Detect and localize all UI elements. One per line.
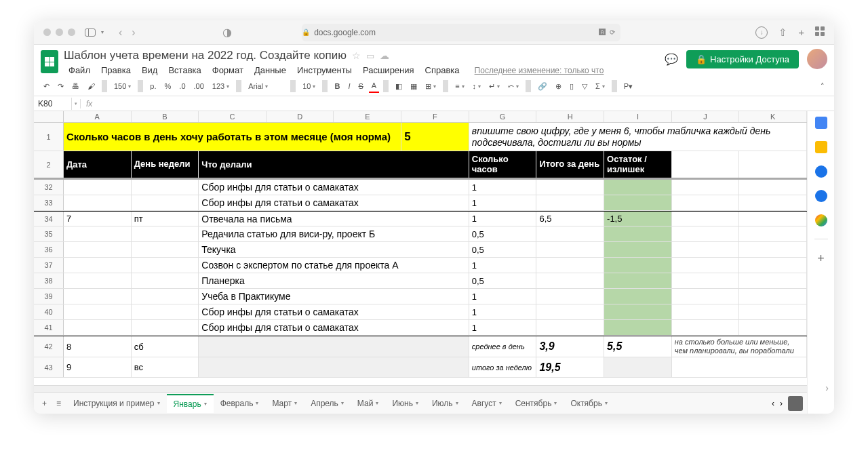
cell[interactable] [672,320,740,335]
strike-button[interactable]: S [355,80,366,92]
row-header[interactable]: 40 [34,304,64,319]
cell[interactable] [672,226,740,241]
share-icon[interactable]: ⇧ [778,26,787,39]
cell[interactable] [132,242,199,257]
horizontal-scrollbar[interactable] [34,385,807,392]
col-header[interactable]: B [132,111,199,122]
shield-icon[interactable]: ◑ [222,26,232,39]
cell[interactable] [672,212,740,226]
name-box-chevron-icon[interactable]: ▾ [72,101,80,106]
translate-icon[interactable]: 🅰 [599,28,606,36]
cell[interactable] [739,242,807,257]
cell[interactable] [536,289,604,304]
sheet-tab[interactable]: Июнь▾ [385,394,425,413]
row-header[interactable]: 36 [34,242,64,257]
cell[interactable] [739,195,807,210]
cell[interactable] [604,320,672,335]
cell[interactable] [536,226,604,241]
contacts-icon[interactable] [815,190,827,202]
cell[interactable]: впишите свою цифру, где у меня 6, чтобы … [469,123,807,151]
cell[interactable] [536,180,604,195]
cell[interactable]: 1 [469,195,537,210]
italic-button[interactable]: I [345,80,353,92]
menu-format[interactable]: Формат [208,64,248,77]
select-all-corner[interactable] [34,111,64,122]
cell[interactable] [739,180,807,195]
cell[interactable] [199,336,469,357]
cell[interactable]: Сбор инфы для статьи о самакатах [199,195,469,210]
keep-icon[interactable] [815,141,827,153]
cell[interactable]: итого за неделю [469,357,537,377]
cell[interactable] [672,289,740,304]
rotate-button[interactable]: ⤺▾ [505,80,521,93]
cell[interactable] [64,226,132,241]
account-avatar[interactable] [807,49,827,69]
sheet-tab[interactable]: Октябрь▾ [564,394,614,413]
cell[interactable]: 1 [469,258,537,273]
menu-tools[interactable]: Инструменты [292,64,357,77]
percent-button[interactable]: % [162,80,174,92]
cell[interactable]: среднее в день [469,336,537,357]
print-button[interactable]: 🖶 [69,80,82,92]
cell[interactable] [604,258,672,273]
cell[interactable]: Что делали [199,151,469,178]
maximize-window-button[interactable] [68,28,75,36]
cell[interactable]: Сбор инфы для статьи о самакатах [199,180,469,195]
col-header[interactable]: D [267,111,334,122]
cell[interactable]: 9 [64,357,132,377]
cell[interactable] [132,195,199,210]
cell[interactable]: 6,5 [536,212,604,226]
sheets-logo-icon[interactable] [41,50,58,73]
wrap-button[interactable]: ↵▾ [486,80,502,93]
link-button[interactable]: 🔗 [535,80,550,93]
sheet-tab[interactable]: Март▾ [265,394,304,413]
sheet-tab[interactable]: Январь▾ [167,394,214,413]
undo-button[interactable]: ↶ [41,80,52,93]
row-header[interactable]: 42 [34,336,64,357]
cell[interactable] [604,180,672,195]
cell[interactable] [64,320,132,335]
cell[interactable] [132,289,199,304]
cell[interactable]: Отвечала на письма [199,212,469,226]
row-header[interactable]: 37 [34,258,64,273]
comments-icon[interactable]: 💬 [665,53,678,66]
functions-button[interactable]: Σ▾ [593,80,608,92]
cell[interactable]: пт [132,212,199,226]
cell[interactable]: сб [132,336,199,357]
cell[interactable]: 7 [64,212,132,226]
cell[interactable] [604,195,672,210]
row-header[interactable]: 39 [34,289,64,304]
name-box[interactable]: K80 [34,98,72,110]
reload-icon[interactable]: ⟳ [610,28,615,36]
cell[interactable] [132,304,199,319]
tab-scroll-left[interactable]: ‹ [772,399,774,408]
cell[interactable] [64,273,132,288]
share-button[interactable]: 🔒 Настройки Доступа [686,50,799,68]
borders-button[interactable]: ▦ [408,80,420,93]
tasks-icon[interactable] [815,165,827,178]
cell[interactable]: 0,5 [469,226,537,241]
cell[interactable] [672,304,740,319]
cell[interactable] [672,151,740,178]
font-size-select[interactable]: 10▾ [300,80,318,92]
cell[interactable] [672,273,740,288]
tab-scroll-right[interactable]: › [780,399,783,408]
merge-button[interactable]: ⊞▾ [422,80,439,93]
cell[interactable] [604,304,672,319]
cell[interactable]: 5 [401,123,469,151]
cell[interactable]: Текучка [199,242,469,257]
row-header[interactable]: 43 [34,357,64,377]
cell[interactable] [64,258,132,273]
cell[interactable]: вс [132,357,199,377]
last-edit-link[interactable]: Последнее изменение: только что [470,64,609,77]
cell[interactable]: 0,5 [469,273,537,288]
tab-group-chevron-icon[interactable]: ▾ [101,29,104,35]
cell[interactable] [672,258,740,273]
menu-view[interactable]: Вид [137,64,163,77]
col-header[interactable]: H [536,111,604,122]
cell[interactable] [604,357,672,377]
halign-button[interactable]: ≡▾ [452,80,467,92]
cell[interactable] [739,258,807,273]
font-select[interactable]: Arial▾ [245,80,286,92]
cell[interactable] [536,273,604,288]
